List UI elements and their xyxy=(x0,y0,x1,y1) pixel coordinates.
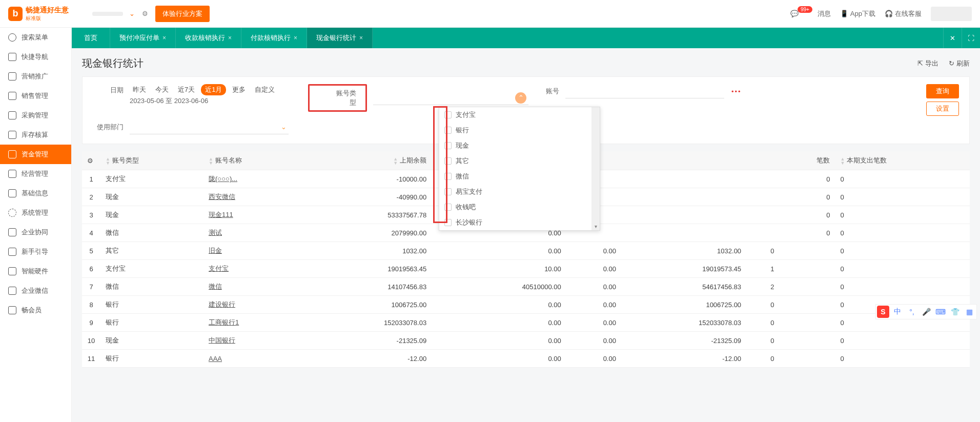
table-row: 9银行工商银行1152033078.030.000.00152033078.03… xyxy=(82,314,970,332)
dropdown-option-银行[interactable]: 银行 xyxy=(439,123,600,138)
ime-toolbox-icon[interactable]: ▦ xyxy=(963,306,975,318)
collapse-icon[interactable]: ⌃ xyxy=(515,92,526,104)
page-header: 现金银行统计 ⇱导出 ↻刷新 xyxy=(82,56,970,70)
company-selector[interactable]: ⌄ xyxy=(92,10,135,17)
dept-label: 使用部门 xyxy=(93,123,124,132)
ime-mode[interactable]: 中 xyxy=(891,306,904,318)
sidebar-item-label: 企业协同 xyxy=(22,228,48,237)
account-name-link[interactable]: 西安微信 xyxy=(209,193,235,200)
close-icon[interactable]: × xyxy=(359,34,363,42)
dropdown-option-支付宝[interactable]: 支付宝 xyxy=(439,107,600,123)
close-icon[interactable]: × xyxy=(294,34,297,42)
app-download-link[interactable]: 📱 App下载 xyxy=(840,9,875,18)
ime-toolbar: S 中 °, 🎤 ⌨ 👕 ▦ xyxy=(875,304,977,319)
col-count[interactable]: 笔数 xyxy=(780,151,835,170)
tab-预付冲应付单[interactable]: 预付冲应付单× xyxy=(110,28,176,48)
dropdown-scrollbar[interactable]: ▾ xyxy=(591,107,600,230)
date-range: 2023-05-06 至 2023-06-06 xyxy=(130,96,278,106)
calendar-icon xyxy=(8,228,16,236)
account-name-link[interactable]: 微信 xyxy=(209,283,222,290)
tab-收款核销执行[interactable]: 收款核销执行× xyxy=(176,28,241,48)
dropdown-option-长沙银行[interactable]: 长沙银行 xyxy=(439,215,600,230)
account-type-select[interactable]: ⌃ xyxy=(373,91,528,105)
more-filters-button[interactable]: ••• xyxy=(731,88,742,95)
content: 现金银行统计 ⇱导出 ↻刷新 日期 昨天今天近7天近1月更多自定义 2023-0… xyxy=(72,48,980,422)
account-name-link[interactable]: 陇(○○○)... xyxy=(209,175,237,183)
date-chip-今天[interactable]: 今天 xyxy=(152,84,172,95)
sidebar-item-智能硬件[interactable]: 智能硬件 xyxy=(0,262,71,281)
settings-button[interactable]: 设置 xyxy=(926,102,959,116)
dropdown-option-微信[interactable]: 微信 xyxy=(439,169,600,184)
table-row: 6支付宝支付宝19019563.4510.000.0019019573.4510 xyxy=(82,260,970,278)
tab-付款核销执行[interactable]: 付款核销执行× xyxy=(241,28,307,48)
sidebar-item-企业微信[interactable]: 企业微信 xyxy=(0,281,71,300)
badge-icon xyxy=(8,92,16,100)
sidebar-item-基础信息[interactable]: 基础信息 xyxy=(0,184,71,203)
arrow-icon xyxy=(8,248,16,256)
sidebar-item-搜索菜单[interactable]: 搜索菜单 xyxy=(0,28,71,47)
date-chip-更多[interactable]: 更多 xyxy=(229,84,249,95)
col-prev-balance[interactable]: ▲▼上期余额 xyxy=(307,151,432,170)
dropdown-option-其它[interactable]: 其它 xyxy=(439,153,600,169)
sidebar-item-销售管理[interactable]: 销售管理 xyxy=(0,86,71,106)
sidebar-item-库存核算[interactable]: 库存核算 xyxy=(0,125,71,145)
tab-bar: 首页预付冲应付单×收款核销执行×付款核销执行×现金银行统计× ✕ ⛶ xyxy=(72,28,980,48)
col-account-name[interactable]: ▲▼账号名称 xyxy=(203,151,307,170)
table-row: 8银行建设银行1006725.000.000.001006725.0000 xyxy=(82,296,970,314)
refresh-button[interactable]: ↻刷新 xyxy=(949,59,970,68)
sidebar-item-系统管理[interactable]: 系统管理 xyxy=(0,203,71,223)
query-button[interactable]: 查询 xyxy=(926,84,959,98)
ime-voice-icon[interactable]: 🎤 xyxy=(920,306,932,318)
dept-select[interactable]: ⌄ xyxy=(130,120,289,134)
message-icon: 💬 xyxy=(790,10,799,17)
ime-punct-icon[interactable]: °, xyxy=(906,306,918,318)
online-service-link[interactable]: 🎧 在线客服 xyxy=(885,9,922,18)
dropdown-option-易宝支付[interactable]: 易宝支付 xyxy=(439,184,600,199)
sidebar-item-快捷导航[interactable]: 快捷导航 xyxy=(0,47,71,67)
table-row: 11银行AAA-12.000.000.00-12.0000 xyxy=(82,350,970,368)
sidebar-item-资金管理[interactable]: 资金管理 xyxy=(0,145,71,164)
dropdown-option-收钱吧[interactable]: 收钱吧 xyxy=(439,199,600,215)
col-out-count[interactable]: ▲▼本期支出笔数 xyxy=(835,151,970,170)
close-icon[interactable]: × xyxy=(228,34,232,42)
ime-keyboard-icon[interactable]: ⌨ xyxy=(934,306,947,318)
table-settings-icon[interactable]: ⚙ xyxy=(82,151,100,170)
avatar[interactable] xyxy=(931,7,972,21)
export-button[interactable]: ⇱导出 xyxy=(917,59,938,68)
account-name-link[interactable]: 中国银行 xyxy=(209,336,235,344)
ime-logo-icon[interactable]: S xyxy=(877,306,889,318)
account-label: 账号 xyxy=(528,87,559,96)
messages-link[interactable]: 💬 99+ 消息 xyxy=(790,9,831,18)
sidebar-item-畅会员[interactable]: 畅会员 xyxy=(0,300,71,320)
account-name-link[interactable]: 测试 xyxy=(209,229,222,236)
sidebar-item-营销推广[interactable]: 营销推广 xyxy=(0,67,71,86)
fullscreen-button[interactable]: ⛶ xyxy=(962,28,980,48)
dropdown-option-现金[interactable]: 现金 xyxy=(439,138,600,153)
date-chip-近1月[interactable]: 近1月 xyxy=(201,84,226,95)
scroll-down-icon[interactable]: ▾ xyxy=(591,222,600,230)
close-icon[interactable]: × xyxy=(162,34,166,42)
col-account-type[interactable]: ▲▼账号类型 xyxy=(100,151,203,170)
sidebar-item-经营管理[interactable]: 经营管理 xyxy=(0,164,71,184)
sidebar-item-采购管理[interactable]: 采购管理 xyxy=(0,106,71,125)
tab-首页[interactable]: 首页 xyxy=(72,28,110,48)
tab-现金银行统计[interactable]: 现金银行统计× xyxy=(307,28,373,48)
account-name-link[interactable]: AAA xyxy=(209,355,222,363)
date-chip-昨天[interactable]: 昨天 xyxy=(130,84,149,95)
sidebar-item-企业协同[interactable]: 企业协同 xyxy=(0,223,71,242)
date-chip-近7天[interactable]: 近7天 xyxy=(175,84,198,95)
account-name-link[interactable]: 旧金 xyxy=(209,247,222,254)
sidebar-item-新手引导[interactable]: 新手引导 xyxy=(0,242,71,262)
account-name-link[interactable]: 建设银行 xyxy=(209,300,235,308)
close-tab-button[interactable]: ✕ xyxy=(943,28,962,48)
gear-icon[interactable]: ⚙ xyxy=(142,10,148,17)
table-row: 10现金中国银行-21325.090.000.00-21325.0900 xyxy=(82,332,970,350)
logo-icon: b xyxy=(8,7,23,21)
ime-skin-icon[interactable]: 👕 xyxy=(949,306,961,318)
account-name-link[interactable]: 支付宝 xyxy=(209,265,229,272)
account-name-link[interactable]: 工商银行1 xyxy=(209,318,239,326)
account-select[interactable] xyxy=(565,84,724,98)
industry-plan-button[interactable]: 体验行业方案 xyxy=(155,6,210,22)
account-name-link[interactable]: 现金111 xyxy=(209,211,233,218)
date-chip-自定义[interactable]: 自定义 xyxy=(252,84,278,95)
